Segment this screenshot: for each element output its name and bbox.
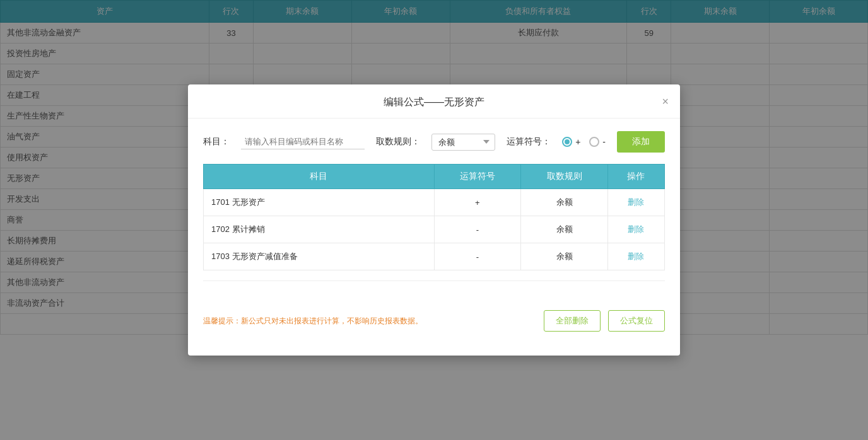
footer-buttons: 全部删除 公式复位 <box>544 310 665 332</box>
delete-all-button[interactable]: 全部删除 <box>544 310 601 332</box>
formula-subject: 1702 累计摊销 <box>204 216 435 243</box>
hint-content: 新公式只对未出报表进行计算，不影响历史报表数据。 <box>241 316 423 325</box>
subject-label: 科目： <box>203 136 230 148</box>
rule-select[interactable]: 余额 借方 贷方 借方发生额 贷方发生额 <box>431 134 495 151</box>
footer-hint: 温馨提示：新公式只对未出报表进行计算，不影响历史报表数据。 <box>203 315 423 327</box>
modal-overlay: 编辑公式——无形资产 × 科目： 取数规则： 余额 借方 贷方 借方发生额 贷方… <box>0 0 868 440</box>
formula-operator: - <box>434 216 521 243</box>
delete-row-button[interactable]: 删除 <box>628 224 644 235</box>
reset-formula-button[interactable]: 公式复位 <box>608 310 665 332</box>
formula-table-body: 1701 无形资产+余额删除1702 累计摊销-余额删除1703 无形资产减值准… <box>204 189 665 270</box>
formula-action: 删除 <box>607 216 664 243</box>
formula-subject: 1703 无形资产减值准备 <box>204 243 435 270</box>
formula-action: 删除 <box>607 243 664 270</box>
close-button[interactable]: × <box>662 96 669 107</box>
formula-operator: - <box>434 243 521 270</box>
modal-dialog: 编辑公式——无形资产 × 科目： 取数规则： 余额 借方 贷方 借方发生额 贷方… <box>188 84 680 356</box>
col-subject: 科目 <box>204 165 435 189</box>
formula-table: 科目 运算符号 取数规则 操作 1701 无形资产+余额删除1702 累计摊销-… <box>203 164 665 270</box>
radio-minus-label: - <box>602 137 606 147</box>
modal-body: 科目： 取数规则： 余额 借方 贷方 借方发生额 贷方发生额 运算符号： <box>188 119 680 303</box>
modal-footer: 温馨提示：新公式只对未出报表进行计算，不影响历史报表数据。 全部删除 公式复位 <box>188 303 680 343</box>
col-rule: 取数规则 <box>521 165 608 189</box>
formula-table-row: 1702 累计摊销-余额删除 <box>204 216 665 243</box>
delete-row-button[interactable]: 删除 <box>628 197 644 208</box>
rule-select-wrap: 余额 借方 贷方 借方发生额 贷方发生额 <box>431 134 495 151</box>
modal-title: 编辑公式——无形资产 <box>384 96 484 107</box>
radio-plus-label: + <box>575 137 580 147</box>
radio-plus[interactable]: + <box>562 137 580 147</box>
formula-rule: 余额 <box>521 216 608 243</box>
subject-input[interactable] <box>241 134 365 149</box>
radio-minus-circle <box>589 137 599 147</box>
formula-table-header-row: 科目 运算符号 取数规则 操作 <box>204 165 665 189</box>
operator-radio-group: + - <box>562 137 606 147</box>
formula-subject: 1701 无形资产 <box>204 189 435 216</box>
add-button[interactable]: 添加 <box>617 131 665 153</box>
radio-plus-circle <box>562 137 572 147</box>
formula-action: 删除 <box>607 189 664 216</box>
hint-prefix: 温馨提示： <box>203 316 241 325</box>
formula-rule: 余额 <box>521 189 608 216</box>
divider <box>203 281 665 281</box>
formula-table-header: 科目 运算符号 取数规则 操作 <box>204 165 665 189</box>
operator-label: 运算符号： <box>507 136 551 148</box>
delete-row-button[interactable]: 删除 <box>628 251 644 262</box>
formula-rule: 余额 <box>521 243 608 270</box>
formula-operator: + <box>434 189 521 216</box>
formula-table-row: 1703 无形资产减值准备-余额删除 <box>204 243 665 270</box>
modal-header: 编辑公式——无形资产 × <box>188 84 680 119</box>
rule-label: 取数规则： <box>376 136 420 148</box>
form-row: 科目： 取数规则： 余额 借方 贷方 借方发生额 贷方发生额 运算符号： <box>203 131 665 153</box>
col-operator: 运算符号 <box>434 165 521 189</box>
radio-minus[interactable]: - <box>589 137 606 147</box>
formula-table-row: 1701 无形资产+余额删除 <box>204 189 665 216</box>
col-action: 操作 <box>607 165 664 189</box>
